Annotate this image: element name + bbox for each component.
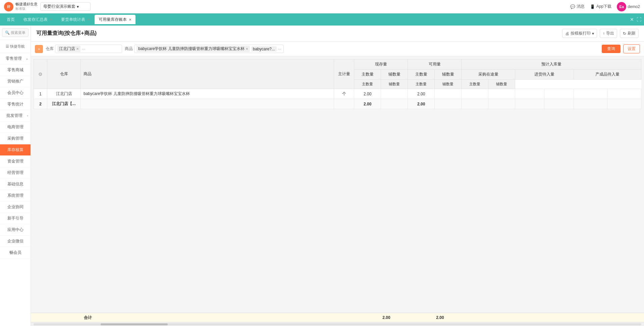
content-area: 可用量查询(按仓库+商品) 🖨 按模板打印 ▾ ↑ 导出 ↻ 刷新: [31, 26, 644, 326]
horizontal-scrollbar[interactable]: [31, 322, 644, 326]
chevron-down-icon: ▾: [27, 114, 29, 118]
sidebar-item-app-center[interactable]: 应用中心: [0, 224, 31, 236]
product-input[interactable]: babycare学饮杯 儿童防摔防撞吸管杯重力球吸嘴杯宝宝水杯 ✕ babyca…: [134, 45, 284, 53]
cell-subtotal-pur-pending-main: [515, 99, 544, 109]
cell-subtotal-stock-aux: [381, 99, 408, 109]
cell-subtotal-unit: [334, 99, 354, 109]
th-settings: ⚙: [34, 59, 47, 89]
cell-prod-pending-main: [574, 89, 607, 99]
cell-subtotal-stock-main: 2.00: [354, 99, 381, 109]
filter-expand-button[interactable]: »: [35, 45, 43, 53]
remove-product-tag-1[interactable]: ✕: [246, 47, 248, 51]
chevron-up-icon: ▲: [25, 57, 29, 60]
sidebar-item-retail-stat[interactable]: 零售统计: [0, 99, 31, 110]
nav-icon: ☰: [6, 44, 9, 49]
cell-prod-pending-aux: [607, 89, 641, 99]
cell-subtotal-pur-pending-aux: [544, 99, 574, 109]
tab-home[interactable]: 首页: [3, 15, 19, 24]
remove-warehouse-tag[interactable]: ✕: [76, 47, 79, 51]
sidebar-item-basic-info[interactable]: 基础信息: [0, 179, 31, 190]
sidebar-item-marketing[interactable]: 营销推广: [0, 76, 31, 87]
sidebar-item-system[interactable]: 系统管理: [0, 190, 31, 201]
th-planned-inbound: 预计入库量: [462, 59, 641, 69]
chevron-down-icon: ▾: [77, 4, 79, 9]
logo-text: 畅捷通好生意: [15, 2, 38, 6]
sidebar-item-purchase[interactable]: 采购管理: [0, 133, 31, 144]
message-icon: 💬: [570, 4, 575, 9]
close-all-tabs-button[interactable]: ✕: [630, 17, 634, 22]
sidebar-item-finance[interactable]: 资金管理: [0, 156, 31, 167]
logo-sub: 标准版: [15, 6, 38, 11]
cell-subtotal-prod-pending-main: [574, 99, 607, 109]
product-filter: 商品 babycare学饮杯 儿童防摔防撞吸管杯重力球吸嘴杯宝宝水杯 ✕ bab…: [125, 45, 284, 53]
page-header: 可用量查询(按仓库+商品) 🖨 按模板打印 ▾ ↑ 导出 ↻ 刷新: [31, 26, 644, 42]
th-pur-transit-main: 主数量: [354, 80, 381, 89]
cell-subtotal-prod-pending-aux: [607, 99, 641, 109]
close-orders-icon[interactable]: ✕: [87, 18, 90, 21]
cell-avail-main: 2.00: [408, 89, 435, 99]
warehouse-more-dots[interactable]: ···: [82, 47, 85, 51]
cell-avail-aux: [435, 89, 462, 99]
th-pur-pending-aux: 辅数量: [435, 80, 462, 89]
table-container: ⚙ 仓库 商品 主计量 现存量 可用量 预计入库量 主数量 辅数量 主数量 辅数…: [31, 56, 644, 313]
query-button[interactable]: 查询: [602, 45, 621, 53]
search-icon: 🔍: [5, 31, 10, 35]
warehouse-input[interactable]: 江北门店 ✕ ···: [55, 45, 122, 53]
sidebar-item-member[interactable]: 会员中心: [0, 87, 31, 99]
product-tag-2: babycare?...: [251, 46, 277, 52]
sidebar-item-ecommerce[interactable]: 电商管理: [0, 122, 31, 133]
th-prod-pending-aux: 辅数量: [488, 80, 515, 89]
column-settings-icon[interactable]: ⚙: [38, 72, 43, 77]
maximize-button[interactable]: ⛶: [637, 17, 641, 22]
sidebar-item-newbie[interactable]: 新手引导: [0, 213, 31, 224]
cell-pur-transit-main: [462, 89, 488, 99]
scroll-track: [34, 323, 641, 325]
footer-stock-main: 2.00: [373, 315, 400, 320]
tab-receipts[interactable]: 收发存汇总表 ✕: [19, 15, 56, 24]
cell-subtotal-warehouse: 江北门店【...: [47, 99, 81, 109]
cell-subtotal-pur-transit-main: [462, 99, 488, 109]
sidebar-item-vip[interactable]: 畅会员: [0, 247, 31, 259]
th-current-stock: 现存量: [354, 59, 408, 69]
sidebar-item-operations[interactable]: 经营管理: [0, 167, 31, 179]
scroll-thumb[interactable]: [101, 323, 168, 325]
warehouse-label: 仓库: [46, 46, 54, 52]
cell-seq: 1: [34, 89, 47, 99]
sidebar-item-enterprise-wx[interactable]: 企业微信: [0, 236, 31, 247]
th-pur-pending-main: 主数量: [408, 80, 435, 89]
sidebar-item-inventory[interactable]: 库存核算: [0, 144, 31, 156]
sidebar-item-enterprise[interactable]: 企业协同: [0, 201, 31, 213]
close-available-icon[interactable]: ✕: [129, 18, 131, 21]
industry-selector[interactable]: 母婴行业演示账套 ▾: [40, 2, 91, 11]
user-menu[interactable]: Ea demo2: [617, 2, 640, 11]
mobile-icon: 📱: [590, 4, 595, 9]
nav-tabs: 首页 收发存汇总表 ✕ 要货单统计表 ✕ 可用量库存账本 ✕ ✕ ⛶: [0, 13, 644, 26]
tab-available[interactable]: 可用量库存账本 ✕: [95, 15, 136, 24]
cell-pur-pending-aux: [544, 89, 574, 99]
logo-icon: 好: [4, 2, 13, 11]
product-more-dots[interactable]: ···: [278, 47, 281, 51]
quick-nav-button[interactable]: ☰ 快捷导航: [2, 42, 29, 51]
th-unit: 主计量: [334, 59, 354, 89]
sidebar-item-retail-mgmt[interactable]: 零售管理 ▲: [0, 53, 31, 64]
cell-stock-main: 2.00: [354, 89, 381, 99]
th-avail-aux: 辅数量: [435, 69, 462, 80]
sidebar-item-retail-mall[interactable]: 零售商城: [0, 64, 31, 76]
cell-subtotal-product: [81, 99, 334, 109]
tab-orders[interactable]: 要货单统计表 ✕: [57, 15, 94, 24]
app-download-button[interactable]: 📱 App下载: [590, 4, 611, 9]
th-product: 商品: [81, 59, 334, 89]
table-header-row-1: ⚙ 仓库 商品 主计量 现存量 可用量 预计入库量: [34, 59, 641, 69]
message-button[interactable]: 💬 消息: [570, 4, 585, 9]
cell-stock-aux: [381, 89, 408, 99]
th-production-pending: 产成品待入量: [574, 69, 641, 80]
export-button[interactable]: ↑ 导出: [600, 29, 617, 38]
filter-bar: » 仓库 江北门店 ✕ ··· 商品 babycare学饮杯 儿童防摔防撞吸管杯…: [31, 42, 644, 56]
template-print-button[interactable]: 🖨 按模板打印 ▾: [562, 29, 597, 38]
search-menu-button[interactable]: 🔍 搜索菜单: [2, 28, 29, 37]
close-receipts-icon[interactable]: ✕: [50, 18, 52, 21]
cell-pur-transit-aux: [488, 89, 515, 99]
settings-button[interactable]: 设置: [623, 44, 640, 53]
refresh-button[interactable]: ↻ 刷新: [620, 29, 639, 38]
sidebar-item-wholesale-mgmt[interactable]: 批发管理 ▾: [0, 110, 31, 122]
